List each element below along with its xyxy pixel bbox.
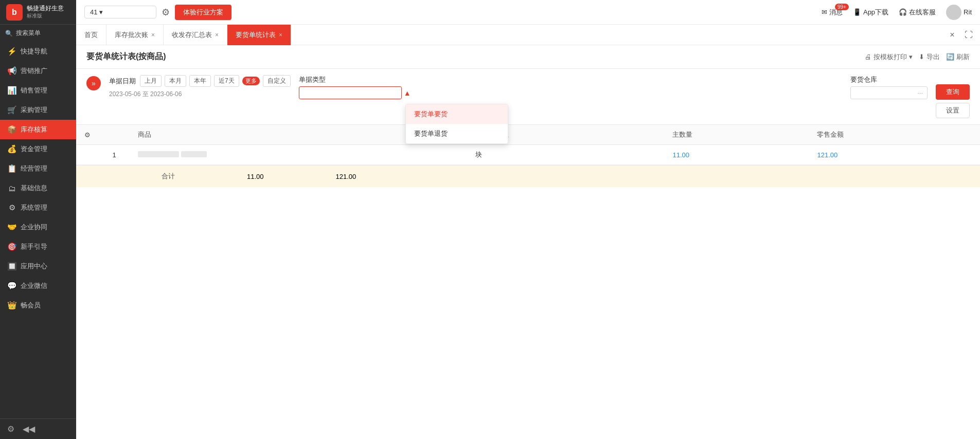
col-header-settings[interactable]: ⚙ [76,125,99,145]
tab-order-summary[interactable]: 要货单统计表 × [227,25,291,45]
cur-year-btn[interactable]: 本年 [189,75,211,87]
sidebar-item-guide[interactable]: 🎯 新手引导 [0,237,76,257]
topbar: 41 ▾ ⚙ 体验行业方案 ✉ 消息 99+ 📱 App下载 🎧 在线客服 R [76,0,980,25]
more-tag[interactable]: 更多 [242,77,260,85]
tab-home[interactable]: 首页 [76,25,106,45]
row-amount: 121.00 [809,145,980,165]
sidebar-item-basic[interactable]: 🗂 基础信息 [0,178,76,198]
export-btn[interactable]: ⬇ 导出 [919,52,940,62]
page: 要货单统计表(按商品) 🖨 按模板打印 ▾ ⬇ 导出 🔄 刷新 [76,45,980,439]
date-label-row: 单据日期 上月 本月 本年 近7天 更多 自定义 [109,75,291,87]
data-table: ⚙ 商品 主计量单位 主数量 零售金额 1 [76,125,980,165]
tab-receivable-summary-close[interactable]: × [215,31,219,39]
sidebar-item-inventory[interactable]: 📦 库存核算 [0,120,76,139]
sidebar-item-label: 企业协同 [21,223,47,232]
table-footer: 合计 11.00 121.00 [76,165,980,187]
messages-item[interactable]: ✉ 消息 99+ [822,8,843,17]
online-service-item[interactable]: 🎧 在线客服 [899,8,936,17]
sidebar-item-system[interactable]: ⚙ 系统管理 [0,198,76,217]
tab-receivable-summary[interactable]: 收发存汇总表 × [164,25,227,45]
last7days-btn[interactable]: 近7天 [214,75,239,87]
tab-inventory-batch-close[interactable]: × [151,31,155,39]
dropdown-item-order-return[interactable]: 要货单退货 [406,124,508,143]
sidebar-item-quick-nav[interactable]: ⚡ 快捷导航 [0,42,76,61]
print-label: 按模板打印 [874,52,907,62]
topbar-settings-icon[interactable]: ⚙ [162,7,170,18]
expand-tab-button[interactable]: ⛶ [961,28,976,42]
row-product [130,145,467,165]
footer-amount: 121.00 [336,173,357,180]
sidebar-item-label: 新手引导 [21,242,47,251]
sidebar-item-appstore[interactable]: 🔲 应用中心 [0,257,76,276]
user-profile-item[interactable]: Rit [946,5,972,20]
sidebar-item-label: 经营管理 [21,164,47,173]
tab-order-summary-label: 要货单统计表 [236,30,276,40]
finance-icon: 💰 [7,144,16,154]
close-tab-button[interactable]: × [945,28,959,42]
basic-icon: 🗂 [7,184,16,193]
promo-button[interactable]: 体验行业方案 [175,5,231,20]
refresh-icon: 🔄 [946,53,954,61]
dropdown-item-order-purchase[interactable]: 要货单要货 [406,104,508,124]
page-title: 要货单统计表(按商品) [86,51,166,62]
filter-actions: 查询 设置 [936,84,970,118]
company-selector-text: 41 [90,8,97,16]
cur-month-btn[interactable]: 本月 [165,75,186,87]
app-download-item[interactable]: 📱 App下载 [853,8,888,17]
query-button[interactable]: 查询 [936,84,970,100]
company-selector[interactable]: 41 ▾ [84,6,156,19]
export-icon: ⬇ [919,53,924,61]
custom-date-btn[interactable]: 自定义 [263,75,291,87]
collapse-icon[interactable]: ◀◀ [23,424,35,434]
type-label: 单据类型 [299,75,842,84]
phone-icon: 📱 [853,8,861,16]
sidebar-item-cooperation[interactable]: 🤝 企业协同 [0,217,76,237]
sidebar-item-label: 采购管理 [21,105,47,115]
appstore-icon: 🔲 [7,262,16,271]
date-options: 上月 本月 本年 近7天 更多 自定义 [140,75,291,87]
amount-link[interactable]: 121.00 [817,151,838,159]
quantity-link[interactable]: 11.00 [672,151,689,159]
print-icon: 🖨 [865,53,871,61]
type-chevron-up-icon[interactable]: ▲ [404,89,411,97]
filter-expand-button[interactable]: » [86,76,101,90]
wechat-icon: 💬 [7,281,16,290]
warehouse-input-row[interactable]: ··· [850,86,928,99]
sidebar-item-wechat[interactable]: 💬 企业微信 [0,276,76,296]
type-input[interactable] [299,86,402,99]
warehouse-more-icon[interactable]: ··· [917,89,923,97]
logo-icon: b [6,4,23,21]
cooperation-icon: 🤝 [7,223,16,232]
tab-order-summary-close[interactable]: × [279,31,282,39]
tab-inventory-batch[interactable]: 库存批次账 × [106,25,164,45]
sidebar-item-label: 畅会员 [21,301,41,310]
tabs-actions: × ⛶ [945,28,980,42]
type-filter-group: 单据类型 ▲ [299,75,842,99]
service-icon: 🎧 [899,8,907,16]
sales-icon: 📊 [7,86,16,95]
sidebar-item-member[interactable]: 👑 畅会员 [0,296,76,315]
settings-bottom-icon[interactable]: ⚙ [7,424,14,434]
refresh-label: 刷新 [956,52,970,62]
prev-month-btn[interactable]: 上月 [140,75,162,87]
sidebar-item-label: 销售管理 [21,86,47,95]
sidebar-item-purchase[interactable]: 🛒 采购管理 [0,100,76,120]
purchase-icon: 🛒 [7,105,16,115]
refresh-btn[interactable]: 🔄 刷新 [946,52,970,62]
marketing-icon: 📢 [7,66,16,76]
quick-nav-icon: ⚡ [7,47,16,56]
sidebar-item-sales[interactable]: 📊 销售管理 [0,81,76,100]
sidebar-item-marketing[interactable]: 📢 营销推广 [0,61,76,81]
print-btn[interactable]: 🖨 按模板打印 ▾ [865,52,913,62]
sidebar-item-label: 库存核算 [21,125,47,134]
sidebar-item-finance[interactable]: 💰 资金管理 [0,139,76,159]
search-menu-item[interactable]: 🔍 搜索菜单 [0,25,76,42]
col-header-rownum [99,125,130,145]
col-header-amount: 零售金额 [809,125,980,145]
date-filter-group: 单据日期 上月 本月 本年 近7天 更多 自定义 2023-05-06 至 20… [109,75,291,99]
settings-button[interactable]: 设置 [936,103,970,118]
search-label: 搜索菜单 [16,29,41,38]
sidebar-item-operations[interactable]: 📋 经营管理 [0,159,76,178]
footer-label: 合计 [162,172,175,181]
page-header-actions: 🖨 按模板打印 ▾ ⬇ 导出 🔄 刷新 [865,52,970,62]
